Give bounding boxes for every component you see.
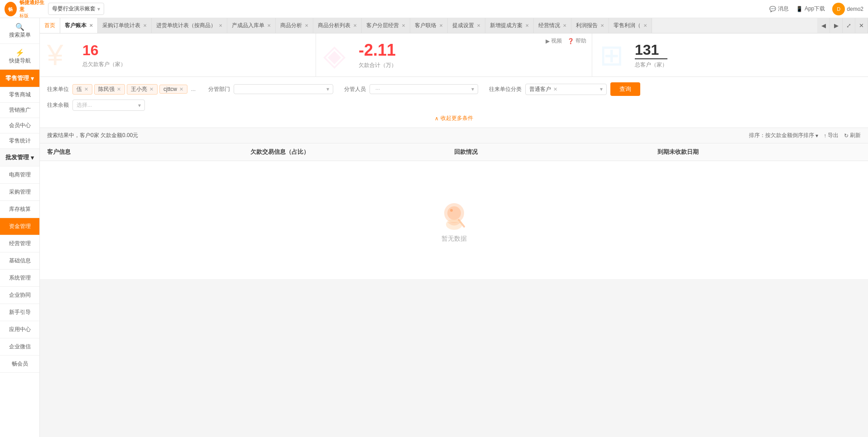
tab-customer-segments[interactable]: 客户分层经营 ✕: [362, 18, 410, 33]
store-selector[interactable]: 母婴行业演示账套 ▾: [48, 3, 104, 15]
filter-select-unit-class[interactable]: 普通客户 ✕ ▾: [525, 84, 607, 95]
tab-promotion-settings[interactable]: 提成设置 ✕: [448, 18, 485, 33]
stat-value-clients[interactable]: 131: [635, 42, 667, 59]
tab-accounts[interactable]: 客户账本 ✕: [60, 18, 98, 33]
tab-retail-profit[interactable]: 零售利润（ ✕: [609, 18, 652, 33]
remove-tag-unit-2[interactable]: ✕: [117, 86, 121, 92]
tab-product-analysis-list[interactable]: 商品分析列表 ✕: [313, 18, 362, 33]
top-bar-right: 💬 消息 📱 App下载 D demo2: [769, 3, 863, 15]
tab-stock-stats[interactable]: 进货单统计表（按商品） ✕: [152, 18, 227, 33]
tab-product-analysis[interactable]: 商品分析 ✕: [276, 18, 313, 33]
table-header-customer-info: 客户信息: [47, 148, 250, 156]
sidebar-item-retail-shop[interactable]: 零售商城: [0, 87, 39, 103]
tab-close-retail-profit[interactable]: ✕: [643, 23, 647, 28]
sidebar-item-finance-mgmt[interactable]: 资金管理: [0, 218, 39, 235]
tab-customer-contact[interactable]: 客户联络 ✕: [410, 18, 448, 33]
tab-expand[interactable]: ⤢: [843, 18, 855, 33]
filter-tag-class-1: 普通客户 ✕: [529, 86, 557, 93]
empty-state: 暂无数据: [40, 161, 868, 279]
sidebar-item-ecommerce-mgmt[interactable]: 电商管理: [0, 166, 39, 184]
tab-close-product-analysis[interactable]: ✕: [305, 23, 308, 28]
tab-close-all[interactable]: ✕: [855, 18, 868, 33]
refresh-button[interactable]: ↻ 刷新: [844, 132, 861, 139]
message-icon: 💬: [769, 6, 776, 12]
export-icon: ↑: [824, 133, 826, 139]
sidebar-item-marketing[interactable]: 营销推广: [0, 103, 39, 118]
stat-top-right: ▶ 视频 ❓ 帮助: [546, 37, 586, 45]
message-button[interactable]: 💬 消息: [769, 5, 789, 13]
query-button[interactable]: 查询: [610, 82, 640, 96]
tab-nav-next[interactable]: ▶: [830, 18, 843, 33]
remove-tag-unit-3[interactable]: ✕: [149, 86, 153, 92]
filter-label-unit: 往来单位: [47, 86, 69, 93]
filters-area: 往来单位 伍 ✕ 陈民强 ✕ 王小亮 ✕: [40, 77, 868, 128]
sidebar-item-enterprise-wechat[interactable]: 企业微信: [0, 338, 39, 356]
chevron-down-icon-3: ▾: [600, 86, 603, 92]
tab-product-entry[interactable]: 产成品入库单 ✕: [227, 18, 276, 33]
sidebar-item-retail-stats[interactable]: 零售统计: [0, 133, 39, 149]
tab-nav-prev[interactable]: ◀: [817, 18, 830, 33]
sidebar-item-enterprise-collab[interactable]: 企业协同: [0, 287, 39, 304]
sort-label[interactable]: 排序：按欠款金额倒序排序 ▾: [749, 132, 818, 139]
sidebar-item-wholesale-mgmt[interactable]: 批发管理 ▾: [0, 149, 39, 166]
sidebar-item-basic-info[interactable]: 基础信息: [0, 252, 39, 270]
sidebar-item-app-center[interactable]: 应用中心: [0, 321, 39, 338]
sidebar-item-system-mgmt[interactable]: 系统管理: [0, 270, 39, 287]
remove-tag-class-1[interactable]: ✕: [553, 86, 557, 92]
user-profile[interactable]: D demo2: [832, 3, 863, 15]
tab-home[interactable]: 首页: [40, 18, 60, 33]
sidebar-item-retail-mgmt[interactable]: 零售管理 ▾: [0, 70, 39, 87]
tab-close-business-situation[interactable]: ✕: [563, 23, 566, 28]
stat-label-arrears: 欠款合计（万）: [359, 62, 397, 69]
page-content: ¥ 16 总欠款客户（家） ◈ -2.11 欠款合计（万） ▶ 视频: [40, 33, 868, 437]
sidebar-item-newbie-guide[interactable]: 新手引导: [0, 304, 39, 321]
export-button[interactable]: ↑ 导出: [824, 132, 839, 139]
remove-tag-unit-4[interactable]: ✕: [179, 86, 183, 92]
tab-close-product-analysis-list[interactable]: ✕: [353, 23, 357, 28]
content-area: 首页 客户账本 ✕ 采购订单统计表 ✕ 进货单统计表（按商品） ✕ 产成品入库单…: [40, 18, 868, 437]
stat-value-arrears: -2.11: [359, 41, 397, 60]
sidebar-item-vip-member[interactable]: 畅会员: [0, 356, 39, 373]
sidebar-item-operations-mgmt[interactable]: 经营管理: [0, 235, 39, 252]
empty-text: 暂无数据: [441, 235, 467, 243]
collapse-button[interactable]: ∧ 收起更多条件: [435, 114, 473, 122]
filter-select-balance[interactable]: 选择... ▾: [72, 100, 145, 111]
tab-end-buttons: ◀ ▶ ⤢ ✕: [817, 18, 868, 33]
chevron-down-icon-4: ▾: [138, 102, 141, 109]
tab-close-accounts[interactable]: ✕: [89, 23, 93, 28]
video-link[interactable]: ▶ 视频: [546, 37, 562, 45]
tab-close-new-promotion-plan[interactable]: ✕: [525, 23, 529, 28]
tab-purchase-stats[interactable]: 采购订单统计表 ✕: [98, 18, 152, 33]
stat-card-arrears: ◈ -2.11 欠款合计（万） ▶ 视频 ❓ 帮助: [316, 33, 592, 76]
sidebar-item-quick-nav[interactable]: ⚡ 快捷导航: [0, 44, 39, 70]
tab-close-product-entry[interactable]: ✕: [267, 23, 271, 28]
help-link[interactable]: ❓ 帮助: [567, 37, 586, 45]
tab-close-customer-contact[interactable]: ✕: [439, 23, 443, 28]
tab-close-purchase-stats[interactable]: ✕: [143, 23, 147, 28]
filter-tag-group-unit: 伍 ✕ 陈民强 ✕ 王小亮 ✕ cjttcw ✕: [72, 84, 197, 95]
tab-profit-report[interactable]: 利润报告 ✕: [571, 18, 609, 33]
filter-tag-unit-2: 陈民强 ✕: [94, 84, 125, 95]
filter-more-tags[interactable]: ...: [189, 85, 197, 93]
tab-close-profit-report[interactable]: ✕: [600, 23, 604, 28]
filter-tag-unit-1: 伍 ✕: [72, 84, 92, 95]
filter-row-unit: 往来单位 伍 ✕ 陈民强 ✕ 王小亮 ✕: [47, 82, 861, 96]
tab-close-promotion-settings[interactable]: ✕: [477, 23, 480, 28]
tab-close-stock-stats[interactable]: ✕: [219, 23, 222, 28]
tab-new-promotion-plan[interactable]: 新增提成方案 ✕: [485, 18, 534, 33]
download-icon: 📱: [796, 6, 803, 12]
chevron-right-icon: ▾: [31, 154, 34, 161]
sidebar-item-purchase-mgmt[interactable]: 采购管理: [0, 184, 39, 201]
tab-close-customer-segments[interactable]: ✕: [402, 23, 405, 28]
filter-select-dept[interactable]: ▾: [234, 84, 333, 94]
filter-label-person: 分管人员: [344, 86, 366, 93]
sidebar-item-inventory[interactable]: 库存核算: [0, 201, 39, 218]
sidebar-item-member-center[interactable]: 会员中心: [0, 118, 39, 133]
app-download-button[interactable]: 📱 App下载: [796, 5, 825, 13]
filter-select-person[interactable]: ··· ▾: [369, 84, 478, 94]
chevron-down-icon: ▾: [326, 86, 329, 92]
tab-business-situation[interactable]: 经营情况 ✕: [534, 18, 571, 33]
remove-tag-unit-1[interactable]: ✕: [84, 86, 88, 92]
sidebar-item-search[interactable]: 🔍 搜索菜单: [0, 18, 39, 44]
filter-dots: ···: [375, 86, 380, 92]
